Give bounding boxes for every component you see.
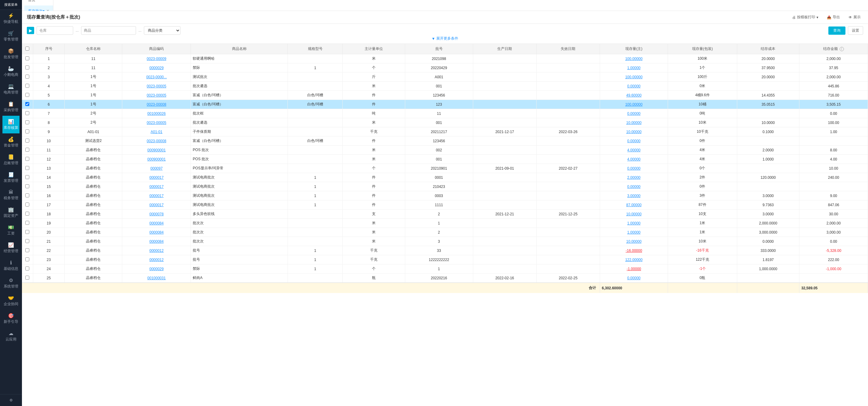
- row-checkbox-cell[interactable]: [22, 182, 33, 191]
- row-qty-main[interactable]: 0.00000: [600, 81, 668, 91]
- row-checkbox-cell[interactable]: [22, 109, 33, 118]
- row-qty-main[interactable]: 87.00000: [600, 200, 668, 209]
- row-qty-main[interactable]: 10.00000: [600, 118, 668, 127]
- row-qty-main[interactable]: 100.00000: [600, 54, 668, 63]
- category-select[interactable]: 商品分类: [144, 26, 181, 35]
- balance-info-icon[interactable]: i: [840, 47, 844, 51]
- row-checkbox[interactable]: [25, 166, 29, 170]
- row-qty-main[interactable]: 0.00000: [600, 273, 668, 283]
- sidebar-item-库存核算[interactable]: 📊库存核算: [2, 116, 20, 133]
- row-checkbox-cell[interactable]: [22, 246, 33, 255]
- row-checkbox[interactable]: [25, 120, 29, 124]
- sidebar-item-采购管理[interactable]: 📋采购管理: [2, 98, 20, 116]
- row-code[interactable]: 0023-00005: [122, 118, 191, 127]
- sidebar-item-发票管理[interactable]: 🧾发票管理: [2, 169, 20, 187]
- row-checkbox-cell[interactable]: [22, 72, 33, 81]
- row-code[interactable]: 0023-0000...: [122, 72, 191, 81]
- row-code[interactable]: 0000029: [122, 63, 191, 72]
- print-button[interactable]: 🖨 按模板打印 ▾: [789, 13, 821, 21]
- row-checkbox-cell[interactable]: [22, 173, 33, 182]
- row-code[interactable]: 0000012: [122, 246, 191, 255]
- row-code[interactable]: A01-01: [122, 127, 191, 136]
- display-button[interactable]: 👁 展示: [846, 13, 863, 21]
- row-code[interactable]: 0023-00008: [122, 100, 191, 109]
- row-qty-main[interactable]: 3.00000: [600, 191, 668, 200]
- row-code[interactable]: 001000026: [122, 109, 191, 118]
- row-qty-main[interactable]: 0.00000: [600, 164, 668, 173]
- row-checkbox[interactable]: [25, 56, 29, 60]
- row-checkbox[interactable]: [25, 267, 29, 270]
- row-qty-main[interactable]: -1.00000: [600, 264, 668, 273]
- row-qty-main[interactable]: 10.00000: [600, 237, 668, 246]
- sidebar-item-电商管理[interactable]: 💻电商管理: [2, 80, 20, 98]
- row-qty-main[interactable]: 1.00000: [600, 228, 668, 237]
- row-checkbox[interactable]: [25, 203, 29, 206]
- row-checkbox[interactable]: [25, 84, 29, 88]
- row-qty-main[interactable]: 1.00000: [600, 63, 668, 72]
- row-qty-main[interactable]: 49.60000: [600, 91, 668, 100]
- tab-首页[interactable]: 首页: [24, 0, 53, 5]
- row-checkbox[interactable]: [25, 184, 29, 188]
- row-code[interactable]: 0000017: [122, 191, 191, 200]
- sidebar-item-总账管理[interactable]: 📒总账管理: [2, 151, 20, 169]
- sidebar-item-系统管理[interactable]: ⚙系统管理: [2, 274, 20, 292]
- row-checkbox-cell[interactable]: [22, 237, 33, 246]
- row-checkbox[interactable]: [25, 102, 29, 106]
- sidebar-item-云应用[interactable]: ☁云应用: [2, 328, 20, 345]
- row-checkbox-cell[interactable]: [22, 54, 33, 63]
- row-code[interactable]: 000900001: [122, 145, 191, 155]
- sidebar-item-批发管理[interactable]: 📦批发管理: [2, 45, 20, 63]
- settings-button[interactable]: ⚙: [0, 394, 22, 406]
- row-checkbox-cell[interactable]: [22, 191, 33, 200]
- sidebar-item-基础信息[interactable]: ℹ基础信息: [2, 257, 20, 274]
- row-code[interactable]: 0000017: [122, 200, 191, 209]
- row-checkbox[interactable]: [25, 248, 29, 252]
- row-code[interactable]: 0023-00005: [122, 91, 191, 100]
- sidebar-item-工资[interactable]: 💵工资: [2, 222, 20, 239]
- row-checkbox-cell[interactable]: [22, 219, 33, 228]
- row-checkbox-cell[interactable]: [22, 264, 33, 273]
- row-code[interactable]: 0000017: [122, 173, 191, 182]
- row-qty-main[interactable]: 100.00000: [600, 72, 668, 81]
- set-button[interactable]: 设置: [848, 26, 863, 35]
- row-code[interactable]: 0000084: [122, 228, 191, 237]
- row-code[interactable]: 0023-00005: [122, 81, 191, 91]
- row-checkbox[interactable]: [25, 175, 29, 179]
- row-checkbox-cell[interactable]: [22, 200, 33, 209]
- row-checkbox-cell[interactable]: [22, 100, 33, 109]
- sidebar-item-经营管理[interactable]: 📈经营管理: [2, 239, 20, 257]
- row-code[interactable]: 001000031: [122, 273, 191, 283]
- row-checkbox-cell[interactable]: [22, 228, 33, 237]
- row-checkbox-cell[interactable]: [22, 63, 33, 72]
- row-code[interactable]: 0000029: [122, 264, 191, 273]
- product-input[interactable]: [81, 26, 136, 35]
- expand-button[interactable]: ▼ 展开更多条件: [432, 36, 459, 41]
- row-checkbox-cell[interactable]: [22, 91, 33, 100]
- row-checkbox-cell[interactable]: [22, 136, 33, 145]
- row-checkbox[interactable]: [25, 139, 29, 142]
- row-checkbox[interactable]: [25, 111, 29, 115]
- row-code[interactable]: 000900001: [122, 155, 191, 164]
- row-checkbox[interactable]: [25, 66, 29, 69]
- row-checkbox-cell[interactable]: [22, 164, 33, 173]
- query-button[interactable]: 查询: [828, 27, 845, 35]
- sidebar-item-税务管理[interactable]: 🏛税务管理: [2, 187, 20, 204]
- row-checkbox[interactable]: [25, 257, 29, 261]
- row-code[interactable]: 0000012: [122, 255, 191, 264]
- row-qty-main[interactable]: 1.00000: [600, 219, 668, 228]
- row-checkbox-cell[interactable]: [22, 255, 33, 264]
- row-checkbox[interactable]: [25, 93, 29, 97]
- row-code[interactable]: 0000017: [122, 182, 191, 191]
- row-checkbox-cell[interactable]: [22, 209, 33, 219]
- row-code[interactable]: 0000078: [122, 209, 191, 219]
- sidebar-item-快捷导航[interactable]: ⚡快捷导航: [2, 10, 20, 27]
- row-qty-main[interactable]: 0.00000: [600, 136, 668, 145]
- row-checkbox[interactable]: [25, 130, 29, 133]
- sidebar-logo[interactable]: 搜索菜单: [0, 0, 22, 10]
- sidebar-item-零售管理[interactable]: 🛒零售管理: [2, 27, 20, 45]
- row-qty-main[interactable]: 0.00000: [600, 109, 668, 118]
- row-code[interactable]: 0000084: [122, 219, 191, 228]
- row-code[interactable]: 0000084: [122, 237, 191, 246]
- row-checkbox[interactable]: [25, 212, 29, 216]
- row-checkbox[interactable]: [25, 75, 29, 78]
